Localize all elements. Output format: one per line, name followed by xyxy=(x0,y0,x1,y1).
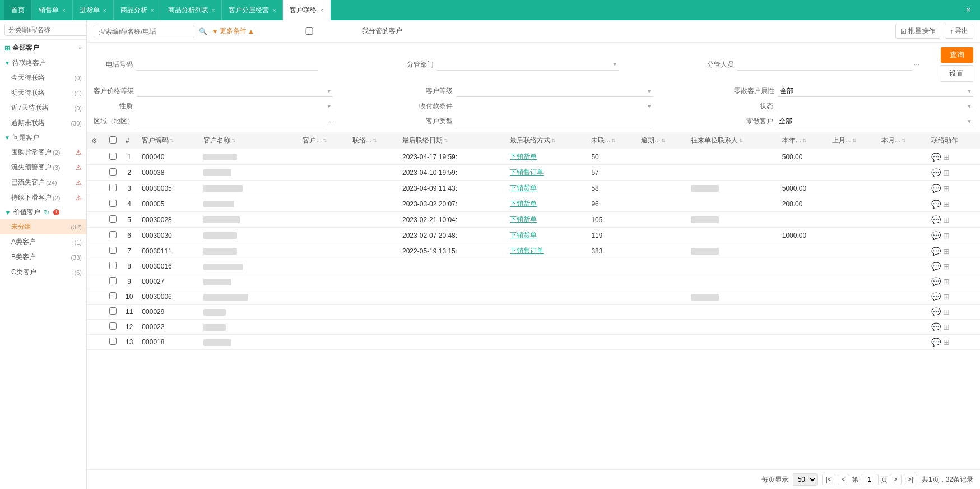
sidebar-item-7day-pending[interactable]: 近7天待联络 (0) xyxy=(0,100,86,116)
row-last-way[interactable]: 下销货单 xyxy=(505,228,587,243)
status-select[interactable] xyxy=(777,100,973,112)
problem-group-header[interactable]: ▼ 问题客户 xyxy=(0,131,86,145)
last-page-button[interactable]: >| xyxy=(904,474,917,485)
sidebar-item-declining[interactable]: 持续下滑客户(2) ⚠ xyxy=(0,190,86,205)
retail-attr-select[interactable]: 全部 xyxy=(778,85,973,96)
more-action-icon[interactable]: ⊞ xyxy=(943,215,950,224)
nav-tab-sales[interactable]: 销售单 × xyxy=(32,0,73,20)
row-checkbox[interactable] xyxy=(105,335,121,350)
row-checkbox[interactable] xyxy=(105,259,121,274)
staff-more-icon[interactable]: ··· xyxy=(914,61,919,68)
more-action-icon[interactable]: ⊞ xyxy=(943,200,950,209)
nav-tab-analysis[interactable]: 商品分析 × xyxy=(114,0,161,20)
message-icon[interactable]: 💬 xyxy=(931,184,941,193)
message-icon[interactable]: 💬 xyxy=(931,277,941,286)
row-last-way[interactable] xyxy=(505,259,587,274)
tab-close-icon[interactable]: × xyxy=(151,7,154,13)
nav-tab-analysis-list[interactable]: 商品分析列表 × xyxy=(161,0,222,20)
th-checkbox[interactable] xyxy=(105,132,121,149)
more-action-icon[interactable]: ⊞ xyxy=(943,231,950,240)
row-checkbox[interactable] xyxy=(105,165,121,181)
message-icon[interactable]: 💬 xyxy=(931,215,941,224)
row-checkbox[interactable] xyxy=(105,320,121,335)
select-all-checkbox[interactable] xyxy=(109,136,117,144)
prev-page-button[interactable]: < xyxy=(838,474,849,485)
th-code[interactable]: 客户编码⇅ xyxy=(137,132,199,149)
th-col6[interactable]: 联络...⇅ xyxy=(348,132,398,149)
sidebar-item-overdue-contact[interactable]: 逾期未联络 (30) xyxy=(0,116,86,131)
nav-tab-purchase[interactable]: 进货单 × xyxy=(73,0,114,20)
row-select-checkbox[interactable] xyxy=(109,184,117,191)
message-icon[interactable]: 💬 xyxy=(931,168,941,177)
message-icon[interactable]: 💬 xyxy=(931,322,941,331)
close-all-tabs-button[interactable]: × xyxy=(962,5,976,15)
row-select-checkbox[interactable] xyxy=(109,262,117,269)
all-customers-header[interactable]: ⊞ 全部客户 « xyxy=(0,40,86,56)
tab-close-icon[interactable]: × xyxy=(62,7,66,13)
settings-icon[interactable]: ⚙ xyxy=(91,137,97,145)
staff-input[interactable] xyxy=(737,59,912,71)
property-select[interactable] xyxy=(136,100,333,112)
row-last-way[interactable]: 下销货单 xyxy=(505,196,587,212)
more-action-icon[interactable]: ⊞ xyxy=(943,168,950,177)
row-last-way[interactable] xyxy=(505,305,587,320)
customer-type-input[interactable] xyxy=(456,116,653,127)
sidebar-item-today-pending[interactable]: 今天待联络 (0) xyxy=(0,70,86,85)
export-button[interactable]: ↑ 导出 xyxy=(945,24,973,39)
message-icon[interactable]: 💬 xyxy=(931,292,941,301)
message-icon[interactable]: 💬 xyxy=(931,338,941,347)
sidebar-item-tomorrow-pending[interactable]: 明天待联络 (1) xyxy=(0,85,86,100)
message-icon[interactable]: 💬 xyxy=(931,247,941,256)
row-select-checkbox[interactable] xyxy=(109,153,117,160)
query-button[interactable]: 查询 xyxy=(941,47,973,63)
th-col5[interactable]: 客户...⇅ xyxy=(298,132,348,149)
page-number-input[interactable] xyxy=(861,474,879,485)
phone-input[interactable] xyxy=(136,59,318,71)
row-select-checkbox[interactable] xyxy=(109,338,117,345)
bulk-op-button[interactable]: ☑ 批量操作 xyxy=(895,24,940,39)
price-grade-select[interactable] xyxy=(137,85,333,96)
row-select-checkbox[interactable] xyxy=(109,322,117,330)
pending-group-header[interactable]: ▼ 待联络客户 xyxy=(0,56,86,70)
row-checkbox[interactable] xyxy=(105,181,121,196)
th-last-month[interactable]: 上月...⇅ xyxy=(828,132,877,149)
row-select-checkbox[interactable] xyxy=(109,215,117,223)
row-select-checkbox[interactable] xyxy=(109,231,117,238)
th-name[interactable]: 客户名称⇅ xyxy=(199,132,299,149)
my-customers-checkbox[interactable] xyxy=(259,27,360,35)
row-checkbox[interactable] xyxy=(105,289,121,305)
sidebar-item-abnormal[interactable]: 囤购异常客户(2) ⚠ xyxy=(0,145,86,160)
per-page-select[interactable]: 50 xyxy=(793,473,818,486)
row-last-way[interactable] xyxy=(505,274,587,289)
row-last-way[interactable]: 下销货单 xyxy=(505,181,587,196)
first-page-button[interactable]: |< xyxy=(822,474,835,485)
th-overdue[interactable]: 逾期...⇅ xyxy=(637,132,686,149)
dept-select[interactable] xyxy=(437,59,619,70)
row-select-checkbox[interactable] xyxy=(109,307,117,315)
value-group-header[interactable]: ▼ 价值客户 ↻ ! xyxy=(0,205,86,219)
message-icon[interactable]: 💬 xyxy=(931,262,941,271)
nav-tab-customer-contact[interactable]: 客户联络 × xyxy=(283,0,331,20)
row-last-way[interactable]: 下销售订单 xyxy=(505,243,587,259)
row-last-way[interactable] xyxy=(505,289,587,305)
region-input[interactable] xyxy=(137,116,325,127)
th-this-month[interactable]: 本月...⇅ xyxy=(877,132,927,149)
customer-grade-select[interactable] xyxy=(456,85,653,96)
sidebar-item-class-c[interactable]: C类客户 (6) xyxy=(0,265,86,280)
message-icon[interactable]: 💬 xyxy=(931,307,941,316)
th-this-year[interactable]: 本年...⇅ xyxy=(778,132,828,149)
tab-close-icon[interactable]: × xyxy=(320,7,323,13)
my-customers-checkbox-container[interactable]: 我分管的客户 xyxy=(259,26,402,36)
sidebar-item-class-a[interactable]: A类客户 (1) xyxy=(0,234,86,250)
category-search-input[interactable] xyxy=(4,24,87,36)
more-action-icon[interactable]: ⊞ xyxy=(943,322,950,331)
row-select-checkbox[interactable] xyxy=(109,247,117,254)
row-last-way[interactable] xyxy=(505,335,587,350)
th-last-date[interactable]: 最后联络日期⇅ xyxy=(398,132,505,149)
th-last-way[interactable]: 最后联络方式⇅ xyxy=(505,132,587,149)
row-select-checkbox[interactable] xyxy=(109,168,117,176)
row-checkbox[interactable] xyxy=(105,149,121,165)
th-unlink[interactable]: 未联...⇅ xyxy=(587,132,637,149)
row-last-way[interactable]: 下销货单 xyxy=(505,149,587,165)
more-action-icon[interactable]: ⊞ xyxy=(943,262,950,271)
